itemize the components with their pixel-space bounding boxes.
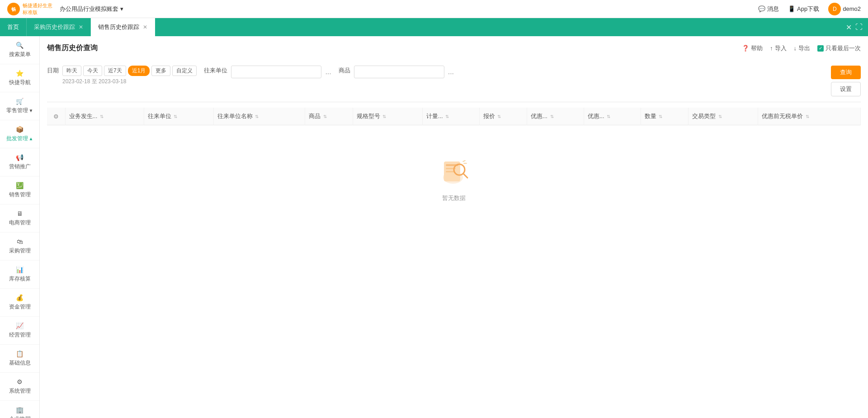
chevron-down-icon: ▼	[29, 108, 33, 113]
inventory-icon: 📊	[16, 266, 24, 273]
query-button[interactable]: 查询	[831, 66, 861, 79]
date-btn-more[interactable]: 更多	[151, 66, 170, 76]
sidebar-item-quick-nav[interactable]: ⭐ 快捷导航	[0, 64, 39, 92]
tab-home[interactable]: 首页	[0, 18, 27, 36]
sidebar-item-enterprise[interactable]: 🏢 企业协同	[0, 401, 39, 418]
data-table: ⚙ 业务发生... ⇅ 往来单位 ⇅ 往来单位名称	[47, 108, 861, 125]
last-only-checkbox-label[interactable]: ✓ 只看最后一次	[817, 44, 861, 52]
sales-icon: 💹	[16, 182, 24, 189]
date-buttons: 昨天 今天 近7天 近1月 更多 自定义 2023-02-18 至 2023-0…	[62, 66, 197, 86]
th-product[interactable]: 商品 ⇅	[305, 108, 353, 125]
checkbox-checked-icon: ✓	[817, 45, 824, 52]
th-discount2[interactable]: 优惠... ⇅	[584, 108, 641, 125]
sidebar-item-marketing[interactable]: 📢 营销推广	[0, 148, 39, 176]
date-btn-today[interactable]: 今天	[83, 66, 102, 76]
unit-input-group: ...	[231, 66, 331, 78]
product-dots-icon[interactable]: ...	[448, 68, 454, 76]
sort-arrows-icon: ⇅	[659, 114, 662, 119]
date-btn-7days[interactable]: 近7天	[104, 66, 126, 76]
sidebar-item-ecommerce[interactable]: 🖥 电商管理	[0, 204, 39, 233]
sidebar: 🔍 搜索菜单 ⭐ 快捷导航 🛒 零售管理 ▼ 📦 批发管理 ▲ 📢 营销推广	[0, 36, 40, 418]
logo-icon: 畅	[7, 3, 20, 15]
th-discount1[interactable]: 优惠... ⇅	[527, 108, 584, 125]
enterprise-icon: 🏢	[16, 406, 24, 413]
user-action[interactable]: D demo2	[828, 3, 861, 15]
sort-arrows-icon: ⇅	[445, 114, 449, 119]
sort-arrows-icon: ⇅	[497, 114, 501, 119]
th-quote[interactable]: 报价 ⇅	[479, 108, 527, 125]
setting-button[interactable]: 设置	[831, 82, 861, 96]
sidebar-item-finance[interactable]: 💰 资金管理	[0, 289, 39, 317]
empty-state: 暂无数据	[47, 125, 861, 229]
th-biz-date[interactable]: 业务发生... ⇅	[65, 108, 144, 125]
main-layout: 🔍 搜索菜单 ⭐ 快捷导航 🛒 零售管理 ▼ 📦 批发管理 ▲ 📢 营销推广	[0, 36, 868, 418]
date-range-display: 2023-02-18 至 2023-03-18	[62, 78, 197, 86]
date-btn-custom[interactable]: 自定义	[172, 66, 197, 76]
close-all-tabs-icon[interactable]: ✕	[846, 23, 852, 32]
close-tab-purchase-icon[interactable]: ✕	[79, 24, 83, 30]
th-quantity[interactable]: 数量 ⇅	[641, 108, 689, 125]
sidebar-item-wholesale[interactable]: 📦 批发管理 ▲	[0, 120, 39, 148]
date-label: 日期	[47, 66, 59, 75]
svg-line-8	[463, 174, 467, 178]
empty-image	[436, 152, 472, 189]
retail-icon: 🛒	[16, 98, 24, 105]
import-icon: ↑	[770, 45, 773, 52]
export-action[interactable]: ↓ 导出	[794, 44, 811, 52]
product-filter-group: 商品 ...	[339, 66, 454, 78]
th-unit[interactable]: 计量... ⇅	[422, 108, 479, 125]
ecommerce-icon: 🖥	[17, 210, 23, 217]
filter-bar: 日期 昨天 今天 近7天 近1月 更多 自定义 2023-02-18 至 202…	[47, 60, 861, 102]
maximize-icon[interactable]: ⛶	[855, 23, 863, 31]
product-input[interactable]	[354, 66, 444, 78]
sort-arrows-icon: ⇅	[323, 114, 327, 119]
app-download-action[interactable]: 📱 App下载	[788, 5, 819, 13]
th-spec[interactable]: 规格型号 ⇅	[353, 108, 422, 125]
sort-arrows-icon: ⇅	[806, 114, 809, 119]
th-unit-name[interactable]: 往来单位名称 ⇅	[213, 108, 305, 125]
th-unit-code[interactable]: 往来单位 ⇅	[144, 108, 213, 125]
gear-icon[interactable]: ⚙	[53, 113, 59, 120]
close-tab-sales-icon[interactable]: ✕	[143, 24, 147, 30]
unit-input[interactable]	[231, 66, 321, 78]
tab-purchase-history[interactable]: 采购历史价跟踪 ✕	[27, 18, 91, 36]
sort-arrows-icon: ⇅	[718, 114, 722, 119]
th-trade-type[interactable]: 交易类型 ⇅	[689, 108, 758, 125]
date-btn-yesterday[interactable]: 昨天	[62, 66, 81, 76]
content-area: 销售历史价查询 ❓ 帮助 ↑ 导入 ↓ 导出 ✓	[40, 36, 868, 418]
sort-arrows-icon: ⇅	[255, 114, 259, 119]
import-action[interactable]: ↑ 导入	[770, 44, 787, 52]
sort-arrows-icon: ⇅	[550, 114, 554, 119]
sidebar-item-retail[interactable]: 🛒 零售管理 ▼	[0, 92, 39, 120]
unit-dots-icon[interactable]: ...	[325, 68, 331, 76]
sort-arrows-icon: ⇅	[174, 114, 177, 119]
app-selector[interactable]: 办公用品行业模拟账套 ▾	[56, 3, 127, 15]
finance-icon: 💰	[16, 294, 24, 301]
sidebar-item-operations[interactable]: 📈 经营管理	[0, 317, 39, 345]
sidebar-item-search[interactable]: 🔍 搜索菜单	[0, 36, 39, 64]
tab-bar-right: ✕ ⛶	[846, 23, 868, 32]
sidebar-item-system[interactable]: ⚙ 系统管理	[0, 373, 39, 401]
message-icon: 💬	[758, 5, 765, 12]
svg-text:畅: 畅	[11, 7, 16, 12]
svg-line-9	[463, 161, 465, 162]
page-header: 销售历史价查询 ❓ 帮助 ↑ 导入 ↓ 导出 ✓	[47, 43, 861, 53]
th-pretax-price[interactable]: 优惠前无税单价 ⇅	[758, 108, 861, 125]
page-content: 销售历史价查询 ❓ 帮助 ↑ 导入 ↓ 导出 ✓	[40, 36, 868, 418]
date-btns-row: 昨天 今天 近7天 近1月 更多 自定义	[62, 66, 197, 76]
th-gear[interactable]: ⚙	[47, 108, 65, 125]
sort-arrows-icon: ⇅	[100, 114, 104, 119]
help-action[interactable]: ❓ 帮助	[742, 44, 763, 52]
download-icon: 📱	[788, 5, 795, 12]
chevron-down-icon: ▾	[120, 5, 123, 12]
sidebar-item-sales[interactable]: 💹 销售管理	[0, 176, 39, 204]
sidebar-item-purchase[interactable]: 🛍 采购管理	[0, 233, 39, 261]
operations-icon: 📈	[16, 322, 24, 329]
logo-text: 畅捷通好生意 标准版	[23, 2, 52, 15]
date-btn-1month[interactable]: 近1月	[128, 66, 150, 76]
table-wrapper: ⚙ 业务发生... ⇅ 往来单位 ⇅ 往来单位名称	[47, 108, 861, 411]
tab-sales-history[interactable]: 销售历史价跟踪 ✕	[91, 18, 155, 36]
sidebar-item-inventory[interactable]: 📊 库存核算	[0, 261, 39, 289]
message-action[interactable]: 💬 消息	[758, 5, 779, 13]
sidebar-item-basic[interactable]: 📋 基础信息	[0, 345, 39, 373]
